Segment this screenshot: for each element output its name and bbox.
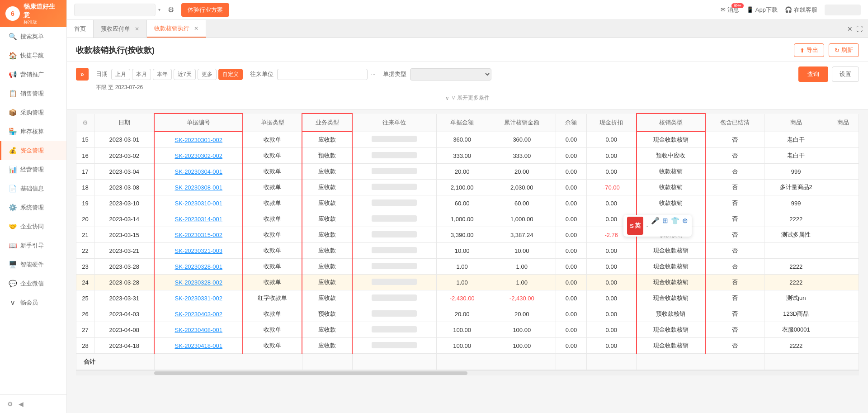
bill-no-cell[interactable]: SK-20230302-002 bbox=[154, 148, 243, 164]
bill-no-cell[interactable]: SK-20230314-001 bbox=[154, 211, 243, 227]
bill-no-link[interactable]: SK-20230418-001 bbox=[175, 342, 222, 349]
partner-input[interactable] bbox=[277, 69, 368, 80]
table-row[interactable]: 16 2023-03-02 SK-20230302-002 收款单 预收款 33… bbox=[76, 148, 859, 164]
sidebar-item-base[interactable]: 📄 基础信息 bbox=[0, 179, 66, 198]
cumulative-cell: 1.00 bbox=[488, 259, 556, 275]
app-download-item[interactable]: 📱 App下载 bbox=[746, 6, 778, 14]
sidebar-item-purchase[interactable]: 📦 采购管理 bbox=[0, 103, 66, 122]
bill-no-cell[interactable]: SK-20230308-001 bbox=[154, 180, 243, 195]
date-btn-last-month[interactable]: 上月 bbox=[111, 69, 130, 80]
sidebar-item-operations[interactable]: 📊 经营管理 bbox=[0, 160, 66, 179]
industry-btn[interactable]: 体验行业方案 bbox=[181, 3, 229, 17]
bill-no-cell[interactable]: SK-20230321-003 bbox=[154, 243, 243, 259]
bill-no-cell[interactable]: SK-20230328-001 bbox=[154, 259, 243, 275]
bill-no-cell[interactable]: SK-20230331-002 bbox=[154, 290, 243, 306]
translate-btn[interactable]: S 英 bbox=[627, 217, 643, 235]
online-service-item[interactable]: 🎧 在线客服 bbox=[785, 6, 817, 14]
bill-no-cell[interactable]: SK-20230328-002 bbox=[154, 275, 243, 290]
table-row[interactable]: 26 2023-04-03 SK-20230403-002 收款单 预收款 20… bbox=[76, 306, 859, 322]
table-row[interactable]: 27 2023-04-08 SK-20230408-001 收款单 应收款 10… bbox=[76, 322, 859, 338]
sidebar-item-hardware[interactable]: 🖥️ 智能硬件 bbox=[0, 255, 66, 274]
bill-no-cell[interactable]: SK-20230310-001 bbox=[154, 195, 243, 211]
bill-no-link[interactable]: SK-20230302-002 bbox=[175, 152, 222, 159]
sidebar-item-inventory[interactable]: 🏪 库存核算 bbox=[0, 122, 66, 141]
refresh-btn[interactable]: ↻ 刷新 bbox=[829, 43, 859, 57]
table-row[interactable]: 22 2023-03-21 SK-20230321-003 收款单 应收款 10… bbox=[76, 243, 859, 259]
table-row[interactable]: 23 2023-03-28 SK-20230328-001 收款单 应收款 1.… bbox=[76, 259, 859, 275]
sidebar-item-wechat[interactable]: 💬 企业微信 bbox=[0, 274, 66, 293]
table-row[interactable]: 20 2023-03-14 SK-20230314-001 收款单 应收款 1,… bbox=[76, 211, 859, 227]
sidebar-item-collab[interactable]: 🤝 企业协同 bbox=[0, 217, 66, 236]
col-settings-header[interactable]: ⚙ bbox=[76, 114, 94, 132]
sidebar-item-search[interactable]: 🔍 搜索菜单 bbox=[0, 27, 66, 46]
messages-item[interactable]: ✉ 消息 99+ bbox=[721, 6, 739, 14]
date-btn-this-month[interactable]: 本月 bbox=[132, 69, 151, 80]
bill-no-link[interactable]: SK-20230315-002 bbox=[175, 232, 222, 238]
bill-no-link[interactable]: SK-20230301-002 bbox=[175, 137, 222, 143]
table-row[interactable]: 17 2023-03-04 SK-20230304-001 收款单 应收款 20… bbox=[76, 164, 859, 180]
bill-no-cell[interactable]: SK-20230304-001 bbox=[154, 164, 243, 180]
date-cell: 2023-03-02 bbox=[94, 148, 155, 164]
bill-no-link[interactable]: SK-20230328-002 bbox=[175, 279, 222, 286]
bill-no-link[interactable]: SK-20230304-001 bbox=[175, 168, 222, 175]
settings-icon[interactable]: ⚙ bbox=[7, 400, 13, 408]
scrollbar-thumb[interactable] bbox=[154, 371, 467, 375]
query-btn[interactable]: 查询 bbox=[798, 66, 828, 82]
tab-maximize-ctrl[interactable]: ⛶ bbox=[856, 25, 863, 33]
sidebar-item-shortcut[interactable]: 🏠 快捷导航 bbox=[0, 46, 66, 65]
date-btn-custom[interactable]: 自定义 bbox=[218, 69, 243, 80]
sidebar-item-marketing[interactable]: 📢 营销推广 bbox=[0, 65, 66, 84]
bill-no-cell[interactable]: SK-20230315-002 bbox=[154, 227, 243, 243]
export-btn[interactable]: ⬆ 导出 bbox=[794, 43, 824, 57]
bill-no-cell[interactable]: SK-20230403-002 bbox=[154, 306, 243, 322]
sidebar-item-finance[interactable]: 💰 资金管理 bbox=[0, 141, 66, 160]
date-btn-7days[interactable]: 近7天 bbox=[174, 69, 196, 80]
table-row[interactable]: 15 2023-03-01 SK-20230301-002 收款单 应收款 36… bbox=[76, 132, 859, 148]
tab-receipt-verify[interactable]: 收款核销执行 ✕ bbox=[147, 20, 206, 38]
tab-close-ctrl[interactable]: ✕ bbox=[847, 25, 853, 33]
bill-no-cell[interactable]: SK-20230418-001 bbox=[154, 338, 243, 354]
sidebar-item-member[interactable]: V 畅会员 bbox=[0, 293, 66, 312]
filter-expand-btn[interactable]: ∨ ∨ 展开更多条件 bbox=[76, 91, 859, 104]
col-bill-no-header: 单据编号 bbox=[154, 114, 243, 132]
bill-no-link[interactable]: SK-20230331-002 bbox=[175, 295, 222, 302]
tab-prepay[interactable]: 预收应付单 ✕ bbox=[94, 20, 147, 38]
bill-no-link[interactable]: SK-20230328-001 bbox=[175, 263, 222, 270]
date-btn-this-year[interactable]: 本年 bbox=[153, 69, 172, 80]
table-row[interactable]: 28 2023-04-18 SK-20230418-001 收款单 应收款 10… bbox=[76, 338, 859, 354]
tab-home[interactable]: 首页 bbox=[67, 20, 94, 38]
topbar-gear-icon[interactable]: ⚙ bbox=[168, 5, 174, 14]
setting-btn[interactable]: 设置 bbox=[832, 66, 859, 82]
date-btn-more[interactable]: 更多 bbox=[198, 69, 217, 80]
bill-amount-cell: 333.00 bbox=[436, 148, 488, 164]
bill-no-link[interactable]: SK-20230403-002 bbox=[175, 311, 222, 318]
table-row[interactable]: 21 2023-03-15 SK-20230315-002 收款单 应收款 3,… bbox=[76, 227, 859, 243]
plus-btn[interactable]: ⊕ bbox=[682, 217, 688, 235]
scrollbar-area[interactable] bbox=[76, 370, 859, 375]
bill-type-select[interactable] bbox=[410, 68, 491, 81]
collapse-icon[interactable]: ◀ bbox=[19, 400, 24, 408]
filter-collapse-btn[interactable]: » bbox=[76, 68, 89, 81]
tab-prepay-close[interactable]: ✕ bbox=[135, 26, 139, 32]
mic-btn[interactable]: 🎤 bbox=[651, 217, 660, 235]
table-row[interactable]: 24 2023-03-28 SK-20230328-002 收款单 应收款 1.… bbox=[76, 275, 859, 290]
bill-no-cell[interactable]: SK-20230408-001 bbox=[154, 322, 243, 338]
bill-no-link[interactable]: SK-20230321-003 bbox=[175, 247, 222, 254]
search-input-placeholder[interactable] bbox=[74, 4, 156, 16]
grid-btn[interactable]: ⊞ bbox=[662, 217, 668, 235]
table-row[interactable]: 18 2023-03-08 SK-20230308-001 收款单 应收款 2,… bbox=[76, 180, 859, 195]
bill-no-link[interactable]: SK-20230308-001 bbox=[175, 184, 222, 191]
table-row[interactable]: 25 2023-03-31 SK-20230331-002 红字收款单 应收款 … bbox=[76, 290, 859, 306]
sidebar-item-sales[interactable]: 📋 销售管理 bbox=[0, 84, 66, 103]
column-settings-icon[interactable]: ⚙ bbox=[82, 119, 88, 126]
table-row[interactable]: 19 2023-03-10 SK-20230310-001 收款单 应收款 60… bbox=[76, 195, 859, 211]
bill-no-link[interactable]: SK-20230314-001 bbox=[175, 216, 222, 223]
tab-receipt-close[interactable]: ✕ bbox=[194, 25, 198, 32]
bill-no-cell[interactable]: SK-20230301-002 bbox=[154, 132, 243, 148]
sidebar-item-guide[interactable]: 📖 新手引导 bbox=[0, 236, 66, 255]
bill-no-link[interactable]: SK-20230408-001 bbox=[175, 327, 222, 333]
dropdown-arrow-icon[interactable]: ▾ bbox=[158, 7, 160, 12]
bill-no-link[interactable]: SK-20230310-001 bbox=[175, 200, 222, 207]
shirt-btn[interactable]: 👕 bbox=[671, 217, 679, 235]
sidebar-item-system[interactable]: ⚙️ 系统管理 bbox=[0, 198, 66, 217]
